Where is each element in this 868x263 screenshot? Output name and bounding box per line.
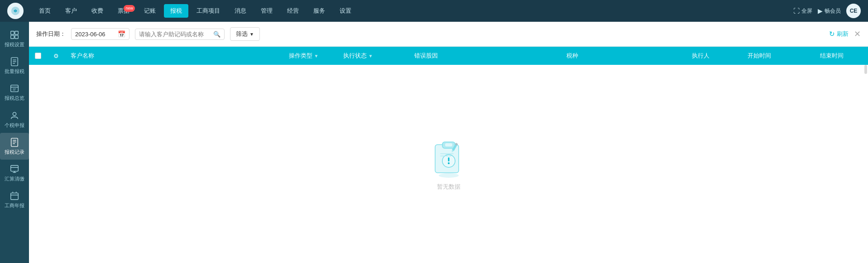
filter-btn[interactable]: 筛选 ▼ (230, 27, 260, 41)
calendar-icon: 📅 (118, 30, 125, 38)
calc-pay-icon (10, 164, 19, 174)
sidebar-item-tax-records[interactable]: 报税记录 (0, 133, 29, 160)
date-input[interactable]: 2023-06-06 (75, 31, 116, 38)
close-btn[interactable]: ✕ (854, 30, 861, 38)
refresh-btn[interactable]: ↻ 刷新 (829, 30, 849, 38)
fullscreen-label: 全屏 (801, 7, 812, 15)
fullscreen-icon: ⛶ (793, 7, 800, 15)
avatar-text: CE (850, 8, 858, 14)
nav-items: 首页 客户 收费 票据 new 记账 报税 工商项目 消息 管理 经营 服务 设… (33, 4, 793, 18)
filter-label: 筛选 (236, 30, 248, 38)
batch-tax-icon (10, 57, 19, 67)
nav-tax[interactable]: 报税 (164, 4, 188, 18)
svg-rect-22 (11, 193, 19, 200)
main-layout: 报税设置 批量报税 报税总览 (0, 22, 868, 263)
sidebar-label-calc-pay: 汇算清缴 (5, 176, 24, 182)
sidebar-label-tax-summary: 报税总览 (5, 95, 24, 101)
sidebar-item-personal-tax[interactable]: 个税申报 (0, 106, 29, 133)
op-type-filter-icon[interactable]: ▼ (314, 54, 319, 58)
tax-records-icon (10, 137, 19, 147)
table-wrapper: ⚙ 客户名称 操作类型 ▼ 执行状态 ▼ 错误股因 税种 (29, 47, 868, 263)
sidebar-label-personal-tax: 个税申报 (5, 122, 24, 128)
nav-home[interactable]: 首页 (33, 4, 57, 18)
svg-rect-14 (11, 138, 18, 146)
annual-report-icon (10, 191, 19, 201)
sidebar-label-tax-settings: 报税设置 (5, 42, 24, 48)
svg-point-33 (448, 162, 450, 164)
svg-rect-2 (15, 31, 18, 34)
tax-summary-icon (10, 83, 19, 93)
nav-services[interactable]: 服务 (307, 4, 331, 18)
nav-business[interactable]: 工商项目 (190, 4, 226, 18)
svg-rect-32 (448, 157, 449, 161)
date-label: 操作日期： (36, 30, 66, 38)
logo[interactable] (7, 3, 24, 19)
search-input[interactable] (139, 31, 211, 38)
search-icon[interactable]: 🔍 (213, 31, 221, 38)
toolbar: 操作日期： 2023-06-06 📅 🔍 筛选 ▼ ↻ 刷新 ✕ (29, 22, 868, 47)
th-start-time: 开始时间 (723, 47, 796, 64)
th-end-time: 结束时间 (796, 47, 868, 64)
exec-status-filter-icon[interactable]: ▼ (369, 54, 373, 58)
th-error: 错误股因 (385, 47, 467, 64)
sidebar-item-batch-tax[interactable]: 批量报税 (0, 52, 29, 79)
invoice-badge: new (124, 5, 135, 12)
sidebar: 报税设置 批量报税 报税总览 (0, 22, 29, 263)
member-label: 畅会员 (825, 7, 841, 15)
empty-state: 暂无数据 (431, 137, 467, 191)
empty-illustration-svg (431, 137, 467, 178)
svg-point-26 (439, 173, 459, 178)
sidebar-label-tax-records: 报税记录 (5, 149, 24, 155)
th-op-type: 操作类型 ▼ (277, 47, 331, 64)
date-picker[interactable]: 2023-06-06 📅 (71, 28, 129, 40)
nav-messages[interactable]: 消息 (228, 4, 253, 18)
empty-text: 暂无数据 (437, 183, 460, 191)
avatar[interactable]: CE (846, 4, 861, 18)
table-body: 暂无数据 (29, 65, 868, 263)
nav-customers[interactable]: 客户 (59, 4, 83, 18)
svg-rect-3 (11, 35, 14, 39)
toolbar-right: ↻ 刷新 ✕ (829, 30, 861, 38)
nav-accounts[interactable]: 记账 (138, 4, 162, 18)
th-checkbox[interactable] (29, 48, 47, 63)
nav-invoice[interactable]: 票据 new (111, 4, 136, 18)
member-icon: ▶ (818, 7, 823, 15)
table-header: ⚙ 客户名称 操作类型 ▼ 执行状态 ▼ 错误股因 税种 (29, 47, 868, 65)
nav-settings[interactable]: 设置 (333, 4, 358, 18)
search-wrapper: 🔍 (135, 29, 225, 40)
svg-rect-1 (11, 31, 14, 34)
svg-point-13 (13, 112, 16, 115)
sidebar-label-batch-tax: 批量报税 (5, 68, 24, 74)
gear-icon[interactable]: ⚙ (53, 53, 59, 59)
top-nav-right: ⛶ 全屏 ▶ 畅会员 CE (793, 4, 861, 18)
sidebar-item-tax-settings[interactable]: 报税设置 (0, 25, 29, 52)
fullscreen-btn[interactable]: ⛶ 全屏 (793, 7, 812, 15)
svg-rect-9 (11, 85, 19, 92)
nav-finance[interactable]: 经营 (281, 4, 305, 18)
th-exec-status: 执行状态 ▼ (331, 47, 385, 64)
th-executor: 执行人 (678, 47, 723, 64)
nav-billing[interactable]: 收费 (85, 4, 110, 18)
content-area: 操作日期： 2023-06-06 📅 🔍 筛选 ▼ ↻ 刷新 ✕ (29, 22, 868, 263)
tax-settings-icon (10, 30, 19, 40)
sidebar-label-annual-report: 工商年报 (5, 203, 24, 209)
sidebar-item-tax-summary[interactable]: 报税总览 (0, 79, 29, 106)
svg-rect-4 (15, 35, 18, 39)
refresh-label: 刷新 (837, 30, 849, 38)
th-gear[interactable]: ⚙ (47, 48, 65, 64)
th-name: 客户名称 (65, 47, 277, 64)
scroll-bar[interactable] (864, 65, 867, 74)
refresh-icon: ↻ (829, 30, 835, 38)
svg-rect-18 (11, 166, 19, 171)
personal-tax-icon (10, 111, 19, 121)
th-tax: 税种 (467, 47, 678, 64)
header-checkbox[interactable] (35, 53, 41, 59)
sidebar-item-annual-report[interactable]: 工商年报 (0, 186, 29, 213)
nav-manage[interactable]: 管理 (254, 4, 279, 18)
top-nav: 首页 客户 收费 票据 new 记账 报税 工商项目 消息 管理 经营 服务 设… (0, 0, 868, 22)
filter-chevron-icon: ▼ (249, 32, 254, 37)
member-btn[interactable]: ▶ 畅会员 (818, 7, 841, 15)
svg-rect-29 (445, 143, 452, 146)
sidebar-item-calc-pay[interactable]: 汇算清缴 (0, 160, 29, 186)
